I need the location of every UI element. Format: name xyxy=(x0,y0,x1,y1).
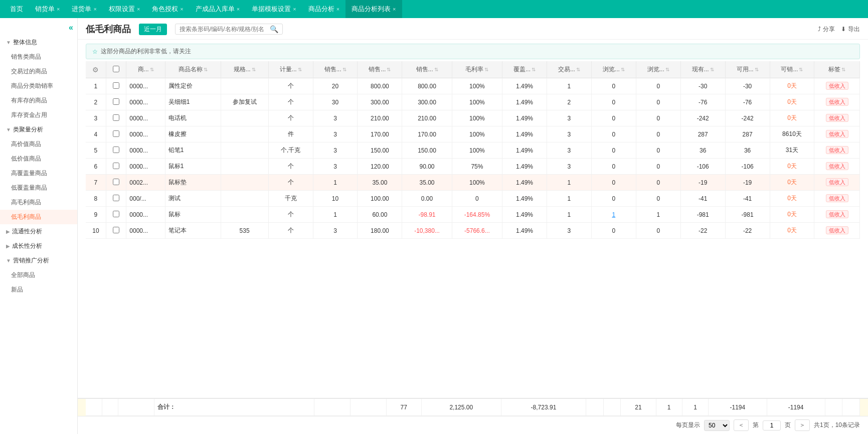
col-sellable: 可销...⇅ xyxy=(770,61,814,78)
export-button[interactable]: ⬇ 导出 xyxy=(841,25,860,34)
row-name: 吴细细1 xyxy=(165,94,221,110)
row-name: 电话机 xyxy=(165,110,221,126)
date-filter-button[interactable]: 近一月 xyxy=(139,24,167,35)
sidebar-collapse-button[interactable]: « xyxy=(69,23,73,32)
export-icon: ⬇ xyxy=(841,26,846,33)
nav-product-warehousing[interactable]: 产成品入库单 × xyxy=(190,0,246,18)
close-product-warehousing-icon[interactable]: × xyxy=(237,6,240,12)
row-checkbox[interactable] xyxy=(106,191,126,207)
sidebar-item-all-products[interactable]: 全部商品 xyxy=(0,268,77,282)
search-icon[interactable]: 🔍 xyxy=(270,25,278,33)
row-code: 0000... xyxy=(126,142,165,159)
row-gross-margin: -5766.6... xyxy=(452,223,502,239)
share-button[interactable]: ⤴ 分享 xyxy=(818,25,835,34)
footer-current: -1194 xyxy=(709,399,767,416)
data-table-container[interactable]: ⚙ 商...⇅ 商品名称⇅ 规格...⇅ 计量...⇅ 销售...⇅ 销售...… xyxy=(78,61,868,398)
row-checkbox[interactable] xyxy=(106,207,126,223)
row-browse2: 0 xyxy=(636,175,680,191)
row-unit: 个 xyxy=(268,207,313,223)
row-name: 笔记本 xyxy=(165,223,221,239)
nav-sales-order[interactable]: 销货单 × xyxy=(29,0,66,18)
row-unit: 个 xyxy=(268,78,313,94)
footer-sales-price: 2,125.00 xyxy=(421,399,501,416)
row-tag: 低收入 xyxy=(814,191,860,207)
product-table: ⚙ 商...⇅ 商品名称⇅ 规格...⇅ 计量...⇅ 销售...⇅ 销售...… xyxy=(86,61,860,239)
sidebar-item-sales-products[interactable]: 销售类商品 xyxy=(0,50,77,64)
next-page-button[interactable]: ＞ xyxy=(795,419,810,431)
row-browse1: 0 xyxy=(591,159,636,175)
row-checkbox[interactable] xyxy=(106,175,126,191)
sidebar-item-traded-products[interactable]: 交易过的商品 xyxy=(0,64,77,79)
per-page-select[interactable]: 10 20 50 100 xyxy=(704,420,730,431)
nav-role-auth[interactable]: 角色授权 × xyxy=(146,0,189,18)
sidebar-item-inventory-capital[interactable]: 库存资金占用 xyxy=(0,108,77,122)
nav-template-settings[interactable]: 单据模板设置 × xyxy=(246,0,302,18)
row-checkbox[interactable] xyxy=(106,110,126,126)
share-icon: ⤴ xyxy=(818,26,821,33)
row-spec: 535 xyxy=(221,223,268,239)
row-transactions: 3 xyxy=(547,223,591,239)
search-input[interactable] xyxy=(180,26,270,33)
row-sales-price: 120.00 xyxy=(358,159,402,175)
nav-product-analysis-list[interactable]: 商品分析列表 × xyxy=(345,0,402,18)
close-product-analysis-icon[interactable]: × xyxy=(336,6,339,12)
row-browse2: 1 xyxy=(636,207,680,223)
row-checkbox[interactable] xyxy=(106,142,126,159)
tag-badge: 低收入 xyxy=(826,82,848,90)
row-tag: 低收入 xyxy=(814,175,860,191)
sidebar-item-category-sales-rate[interactable]: 商品分类助销率 xyxy=(0,79,77,93)
page-number-input[interactable] xyxy=(763,420,781,430)
row-sales-profit: -10,380... xyxy=(402,223,452,239)
row-sales-price: 100.00 xyxy=(358,191,402,207)
sidebar-group-cluster[interactable]: ▼ 类聚量分析 xyxy=(0,122,77,137)
notice-text: 这部分商品的利润非常低，请关注 xyxy=(101,47,191,56)
close-purchase-order-icon[interactable]: × xyxy=(93,6,96,12)
row-code: 0000... xyxy=(126,207,165,223)
per-page-label: 每页显示 xyxy=(676,421,700,429)
search-box: 🔍 xyxy=(175,24,283,35)
col-checkbox[interactable] xyxy=(106,61,126,78)
row-checkbox[interactable] xyxy=(106,78,126,94)
select-all-checkbox[interactable] xyxy=(113,66,119,72)
settings-icon[interactable]: ⚙ xyxy=(92,66,99,74)
row-spec xyxy=(221,78,268,94)
sidebar-group-growth[interactable]: ▶ 成长性分析 xyxy=(0,239,77,253)
close-product-analysis-list-icon[interactable]: × xyxy=(393,6,396,12)
row-current: -242 xyxy=(680,110,725,126)
sidebar-item-low-coverage[interactable]: 低覆盖量商品 xyxy=(0,181,77,195)
row-browse1[interactable]: 1 xyxy=(591,207,636,223)
row-checkbox[interactable] xyxy=(106,159,126,175)
sidebar-item-low-value[interactable]: 低价值商品 xyxy=(0,152,77,166)
row-sellable: 0天 xyxy=(770,78,814,94)
row-checkbox[interactable] xyxy=(106,94,126,110)
sidebar-item-high-coverage[interactable]: 高覆盖量商品 xyxy=(0,166,77,181)
row-browse1: 0 xyxy=(591,191,636,207)
row-checkbox[interactable] xyxy=(106,126,126,142)
sidebar-group-overall[interactable]: ▼ 整体信息 xyxy=(0,35,77,50)
row-tag: 低收入 xyxy=(814,94,860,110)
sidebar-group-liquidity[interactable]: ▶ 流通性分析 xyxy=(0,224,77,239)
row-gross-margin: 100% xyxy=(452,78,502,94)
prev-page-button[interactable]: ＜ xyxy=(734,419,749,431)
nav-permissions[interactable]: 权限设置 × xyxy=(103,0,146,18)
close-role-auth-icon[interactable]: × xyxy=(180,6,183,12)
row-unit: 个,千克 xyxy=(268,142,313,159)
nav-home[interactable]: 首页 xyxy=(4,0,29,18)
row-checkbox[interactable] xyxy=(106,223,126,239)
row-coverage: 1.49% xyxy=(502,110,547,126)
close-template-settings-icon[interactable]: × xyxy=(293,6,296,12)
close-permissions-icon[interactable]: × xyxy=(137,6,140,12)
nav-purchase-order[interactable]: 进货单 × xyxy=(66,0,102,18)
row-name: 测试 xyxy=(165,191,221,207)
close-sales-order-icon[interactable]: × xyxy=(57,6,60,12)
sidebar-item-high-margin[interactable]: 高毛利商品 xyxy=(0,195,77,210)
sidebar-item-in-stock-products[interactable]: 有库存的商品 xyxy=(0,93,77,108)
sidebar-group-marketing[interactable]: ▼ 营销推广分析 xyxy=(0,253,77,268)
sidebar-item-new-products[interactable]: 新品 xyxy=(0,282,77,297)
row-sales-profit: -98.91 xyxy=(402,207,452,223)
row-gross-margin: -164.85% xyxy=(452,207,502,223)
sidebar-item-low-margin[interactable]: 低毛利商品 xyxy=(0,210,77,224)
sidebar-item-high-value[interactable]: 高价值商品 xyxy=(0,137,77,152)
nav-product-analysis[interactable]: 商品分析 × xyxy=(302,0,345,18)
col-settings[interactable]: ⚙ xyxy=(86,61,106,78)
